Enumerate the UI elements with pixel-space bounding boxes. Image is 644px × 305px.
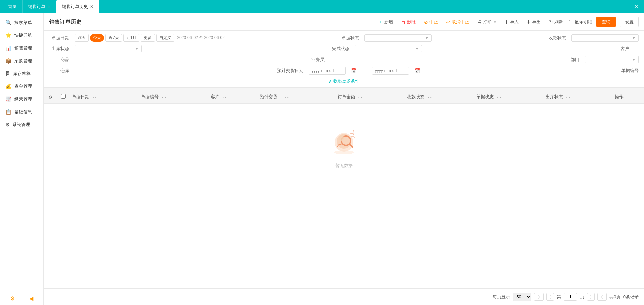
goods-ellipsis-icon[interactable]: ··· xyxy=(75,57,79,62)
th-check[interactable] xyxy=(57,90,69,104)
prev-page-button[interactable]: ⟨ xyxy=(546,293,554,301)
empty-text: 暂无数据 xyxy=(335,163,353,169)
order-status-sort-icon[interactable]: ▲▼ xyxy=(496,96,502,99)
sidebar-item-purchase-mgmt[interactable]: 📦 采购管理 xyxy=(0,54,43,67)
dept-select[interactable]: ▼ xyxy=(585,56,639,63)
amount-sort-icon[interactable]: ▲▼ xyxy=(358,96,363,99)
customer-sort-icon[interactable]: ▲▼ xyxy=(222,96,227,99)
page-label-before: 第 xyxy=(557,294,561,300)
sidebar-item-operations[interactable]: 📈 经营管理 xyxy=(0,93,43,106)
quick-nav-icon: ⭐ xyxy=(5,32,12,38)
complete-status-select[interactable]: ▼ xyxy=(355,45,422,52)
salesman-ellipsis-icon[interactable]: ··· xyxy=(330,57,334,62)
th-order-no: 单据编号 ▲▼ xyxy=(138,90,208,104)
sidebar-collapse-icon[interactable]: ◀ xyxy=(29,295,33,302)
stop-button[interactable]: ⊘ 中止 xyxy=(422,17,440,26)
sidebar-item-sales-mgmt[interactable]: 📊 销售管理 xyxy=(0,42,43,54)
next-page-button[interactable]: ⟩ xyxy=(587,293,595,301)
th-customer: 客户 ▲▼ xyxy=(208,90,258,104)
th-settings[interactable]: ⚙ xyxy=(44,90,57,104)
new-icon: ＋ xyxy=(378,19,383,25)
date-btn-custom[interactable]: 自定义 xyxy=(156,34,174,42)
export-icon: ⬇ xyxy=(527,19,531,25)
refresh-icon: ↻ xyxy=(549,19,553,25)
warehouse-ellipsis-icon[interactable]: ··· xyxy=(75,68,79,73)
collapse-up-icon: ∧ xyxy=(329,79,332,84)
out-status-sort-icon[interactable]: ▲▼ xyxy=(566,96,571,99)
delivery-date-start-calendar-icon[interactable]: 📅 xyxy=(351,68,357,73)
th-out-status: 出库状态 ▲▼ xyxy=(543,90,612,104)
import-icon: ⬆ xyxy=(505,19,509,25)
order-status-select[interactable]: ▼ xyxy=(364,34,432,42)
cancel-stop-button[interactable]: ↩ 取消中止 xyxy=(444,17,471,26)
delivery-sort-icon[interactable]: ▲▼ xyxy=(284,96,289,99)
tab-home[interactable]: 首页 xyxy=(3,0,23,13)
date-shortcut-group: 昨天 今天 近7天 近1月 更多 自定义 2023-06-02 至 2023-0… xyxy=(75,34,225,42)
empty-state: 暂无数据 xyxy=(44,104,644,189)
order-status-label: 单据状态 xyxy=(339,35,359,41)
tab-sales-order[interactable]: 销售订单 ✕ xyxy=(23,0,56,13)
operations-icon: 📈 xyxy=(5,96,12,102)
select-all-checkbox[interactable] xyxy=(61,94,66,99)
per-page-select[interactable]: 50 10 20 100 xyxy=(513,293,531,301)
settings-icon[interactable]: ⚙ xyxy=(48,94,52,100)
page-label-after: 页 xyxy=(580,294,584,300)
filter-row-1: 单据日期 昨天 今天 近7天 近1月 更多 自定义 2023-06-02 至 2… xyxy=(49,34,639,42)
first-page-button[interactable]: ⟨⟨ xyxy=(534,293,544,301)
date-btn-7days[interactable]: 近7天 xyxy=(105,34,122,42)
svg-point-5 xyxy=(339,135,344,141)
delivery-date-start-input[interactable] xyxy=(309,67,346,75)
export-button[interactable]: ⬇ 导出 xyxy=(525,17,543,26)
show-cols-toggle[interactable]: 显示明细 xyxy=(569,19,592,25)
date-btn-1month[interactable]: 近1月 xyxy=(123,34,140,42)
customer-ellipsis-icon[interactable]: ··· xyxy=(635,46,639,51)
tab-sales-order-history-close[interactable]: ✕ xyxy=(90,4,93,9)
th-delivery-date: 预计交货... ▲▼ xyxy=(257,90,335,104)
topbar-right: ✕ xyxy=(631,3,641,10)
sidebar-item-basic-info[interactable]: 📋 基础信息 xyxy=(0,106,43,118)
order-no-sort-icon[interactable]: ▲▼ xyxy=(161,96,167,99)
setting-button[interactable]: 设置 xyxy=(620,17,639,27)
payment-status-arrow-icon: ▼ xyxy=(632,36,636,40)
pagination: 每页显示 50 10 20 100 ⟨⟨ ⟨ 第 页 ⟩ ⟩⟩ 共0页, 0条记… xyxy=(44,288,644,305)
search-menu-icon: 🔍 xyxy=(5,20,12,26)
sidebar-item-system-mgmt[interactable]: ⚙ 系统管理 xyxy=(0,118,43,131)
date-sort-icon[interactable]: ▲▼ xyxy=(92,96,97,99)
print-button[interactable]: 🖨 打印 ▼ xyxy=(475,17,499,26)
sidebar-item-search-menu[interactable]: 🔍 搜索菜单 xyxy=(0,16,43,29)
query-button[interactable]: 查询 xyxy=(596,17,616,27)
refresh-button[interactable]: ↻ 刷新 xyxy=(547,17,565,26)
collapse-button[interactable]: ∧ 收起更多条件 xyxy=(49,78,639,84)
toolbar-actions: ＋ 新增 🗑 删除 ⊘ 中止 ↩ 取消中止 🖨 打印 xyxy=(376,17,639,27)
total-info: 共0页, 0条记录 xyxy=(609,294,639,300)
sidebar-item-capital[interactable]: 💰 资金管理 xyxy=(0,80,43,93)
empty-icon xyxy=(327,124,361,157)
sidebar-item-quick-nav[interactable]: ⭐ 快捷导航 xyxy=(0,29,43,42)
import-button[interactable]: ⬆ 导入 xyxy=(503,17,521,26)
filter-area: 单据日期 昨天 今天 近7天 近1月 更多 自定义 2023-06-02 至 2… xyxy=(44,31,644,88)
date-btn-today[interactable]: 今天 xyxy=(90,34,104,42)
date-btn-more[interactable]: 更多 xyxy=(141,34,155,42)
delivery-date-end-input[interactable] xyxy=(372,67,409,75)
payment-status-sort-icon[interactable]: ▲▼ xyxy=(427,96,432,99)
page-title: 销售订单历史 xyxy=(49,18,81,26)
filter-row-4: 仓库 ··· 预计交货日期 📅 — 📅 单据编号 xyxy=(49,67,639,75)
show-cols-checkbox[interactable] xyxy=(569,20,573,24)
order-status-arrow-icon: ▼ xyxy=(425,36,429,40)
sidebar-item-inventory[interactable]: 🗄 库存核算 xyxy=(0,67,43,80)
delivery-date-end-calendar-icon[interactable]: 📅 xyxy=(414,68,420,73)
page-number-input[interactable] xyxy=(564,293,577,301)
customer-label: 客户 xyxy=(609,46,629,52)
sidebar-settings-icon[interactable]: ⚙ xyxy=(10,295,15,302)
th-amount: 订单金额 ▲▼ xyxy=(335,90,404,104)
last-page-button[interactable]: ⟩⟩ xyxy=(597,293,607,301)
tab-sales-order-close[interactable]: ✕ xyxy=(47,4,51,9)
stop-icon: ⊘ xyxy=(424,19,428,25)
out-status-select[interactable]: ▼ xyxy=(75,45,142,52)
delete-button[interactable]: 🗑 删除 xyxy=(399,17,418,26)
payment-status-select[interactable]: ▼ xyxy=(571,34,639,42)
new-button[interactable]: ＋ 新增 xyxy=(376,17,395,26)
tab-sales-order-history[interactable]: 销售订单历史 ✕ xyxy=(56,0,99,13)
date-btn-yesterday[interactable]: 昨天 xyxy=(75,34,89,42)
window-close-icon[interactable]: ✕ xyxy=(631,3,641,10)
